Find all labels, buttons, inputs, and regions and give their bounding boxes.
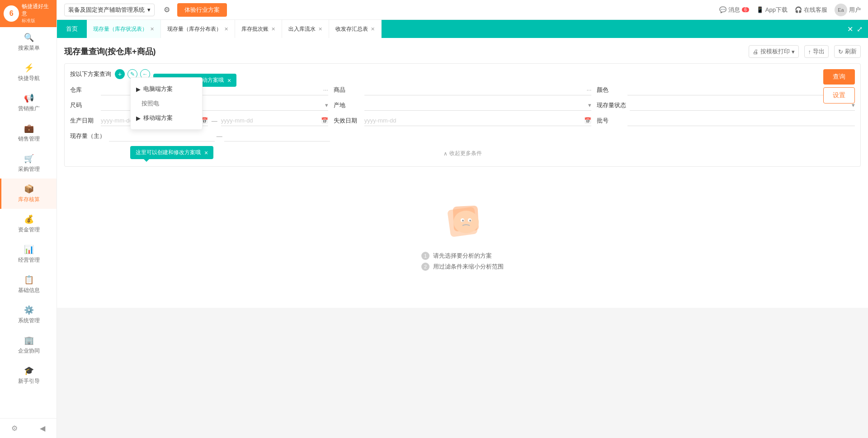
produce-date-label: 生产日期 xyxy=(70,117,97,125)
stock-qty-end[interactable] xyxy=(224,131,330,141)
tab-bar-end: ✕ ⤢ xyxy=(847,25,868,33)
gear-icon[interactable]: ⚙ xyxy=(164,5,170,14)
collapse-icon[interactable]: ◀ xyxy=(40,424,45,433)
scheme-sub-item-pc[interactable]: 按照电 xyxy=(131,97,202,110)
filter-field-batch: 批号 xyxy=(597,115,855,126)
sidebar-item-label: 经营管理 xyxy=(18,256,40,264)
tooltip-create-hint: 这里可以创建和修改方案哦 × xyxy=(130,146,213,159)
empty-illustration xyxy=(440,199,485,245)
dropdown-arrow-icon: ··· xyxy=(323,86,328,93)
calendar-icon[interactable]: 📅 xyxy=(321,117,328,124)
search-button[interactable]: 查询 xyxy=(823,69,855,85)
guide-icon: 🎓 xyxy=(24,366,34,376)
sidebar-item-label: 库存核算 xyxy=(18,196,40,203)
sidebar-item-purchase[interactable]: 🛒 采购管理 xyxy=(0,148,57,179)
message-label: 消息 xyxy=(728,6,740,14)
tab-inout-flow[interactable]: 出入库流水 ✕ xyxy=(282,20,329,38)
tab-label: 现存量（库存状况表） xyxy=(93,25,147,33)
tooltip2-close-button[interactable]: × xyxy=(204,149,208,156)
tab-batch-account[interactable]: 库存批次账 ✕ xyxy=(235,20,282,38)
page-title-bar: 现存量查询(按仓库+商品) 🖨 按模板打印 ▾ ↑ 导出 ↻ 刷新 xyxy=(64,45,861,58)
sidebar-item-sales[interactable]: 💼 销售管理 xyxy=(0,118,57,148)
tab-home-label: 首页 xyxy=(66,25,78,33)
tab-inventory-dist[interactable]: 现存量（库存分布表） ✕ xyxy=(161,20,235,38)
marketing-icon: 📢 xyxy=(24,93,34,103)
expire-date-start[interactable]: yyyy-mm-dd 📅 xyxy=(364,115,592,126)
main-area: 装备及固定资产辅助管理系统 ▾ ⚙ 体验行业方案 💬 消息 6 📱 App下载 … xyxy=(57,0,868,438)
batch-label: 批号 xyxy=(597,117,624,125)
settings-icon[interactable]: ⚙ xyxy=(11,424,18,433)
tab-collect-summary[interactable]: 收发存汇总表 ✕ xyxy=(329,20,382,38)
sidebar-item-basic[interactable]: 📋 基础信息 xyxy=(0,269,57,300)
refresh-icon: ↻ xyxy=(838,48,843,55)
refresh-button[interactable]: ↻ 刷新 xyxy=(834,45,861,58)
sidebar-item-label: 新手引导 xyxy=(18,377,40,385)
tab-label: 库存批次账 xyxy=(241,25,269,33)
svg-point-5 xyxy=(462,220,464,221)
stock-qty-label: 现存量（主） xyxy=(70,132,105,140)
goods-select[interactable]: ··· xyxy=(364,85,592,95)
sidebar-item-enterprise[interactable]: 🏢 企业协同 xyxy=(0,330,57,360)
origin-select[interactable]: ▾ xyxy=(364,100,592,111)
svg-point-6 xyxy=(469,220,471,221)
logo-text: 畅捷通好生意 xyxy=(22,3,53,17)
sidebar-item-guide[interactable]: 🎓 新手引导 xyxy=(0,360,57,391)
tip-num-2: 2 xyxy=(421,263,429,271)
close-all-icon[interactable]: ✕ xyxy=(847,25,853,33)
scheme-pc-item: 按照电 xyxy=(142,100,159,107)
online-support-button[interactable]: 🎧 在线客服 xyxy=(795,6,827,14)
page-actions: 🖨 按模板打印 ▾ ↑ 导出 ↻ 刷新 xyxy=(749,45,861,58)
tab-close-icon[interactable]: ✕ xyxy=(271,26,275,32)
scheme-item-mobile[interactable]: ▶ 移动端方案 xyxy=(131,110,202,126)
sidebar-item-label: 采购管理 xyxy=(18,165,40,173)
date-separator: — xyxy=(212,118,217,124)
tab-close-icon[interactable]: ✕ xyxy=(371,26,375,32)
app-download-button[interactable]: 📱 App下载 xyxy=(756,6,788,14)
tip-num-1: 1 xyxy=(421,252,429,260)
goods-label: 商品 xyxy=(334,86,361,94)
tooltip1-close-button[interactable]: × xyxy=(227,77,231,84)
scheme-item-pc[interactable]: ▶ 电脑端方案 xyxy=(131,81,202,97)
color-label: 颜色 xyxy=(597,86,624,94)
sidebar-item-quicknav[interactable]: ⚡ 快捷导航 xyxy=(0,57,57,88)
filter-field-goods: 商品 ··· xyxy=(334,85,592,95)
filter-field-expire-date: 失效日期 yyyy-mm-dd 📅 xyxy=(334,115,592,126)
tooltip2-text: 这里可以创建和修改方案哦 xyxy=(136,149,201,156)
sidebar-logo: 6 畅捷通好生意 标准版 xyxy=(0,0,57,27)
tab-close-icon[interactable]: ✕ xyxy=(318,26,322,32)
tab-label: 收发存汇总表 xyxy=(335,25,368,33)
sidebar-item-finance[interactable]: 💰 资金管理 xyxy=(0,209,57,239)
sidebar-item-search[interactable]: 🔍 搜索菜单 xyxy=(0,27,57,57)
batch-input[interactable] xyxy=(627,115,855,126)
sidebar-item-marketing[interactable]: 📢 营销推广 xyxy=(0,88,57,118)
fullscreen-icon[interactable]: ⤢ xyxy=(857,25,863,33)
reset-button[interactable]: 设置 xyxy=(823,87,855,104)
experience-button[interactable]: 体验行业方案 xyxy=(177,3,227,17)
sidebar-item-label: 基础信息 xyxy=(18,287,40,294)
sidebar-item-inventory[interactable]: 📦 库存核算 xyxy=(0,179,57,209)
filter-area: 按以下方案查询 + ✎ ← 电脑方案可设为移动方案哦 × xyxy=(64,63,861,167)
print-button[interactable]: 🖨 按模板打印 ▾ xyxy=(749,45,799,58)
dropdown-arrow-icon: ▾ xyxy=(588,102,591,108)
filter-field-stock-status: 现存量状态 ▾ xyxy=(597,100,855,111)
tab-close-icon[interactable]: ✕ xyxy=(150,26,154,32)
message-button[interactable]: 💬 消息 6 xyxy=(719,6,749,14)
message-badge: 6 xyxy=(742,7,749,12)
produce-date-end[interactable]: yyyy-mm-dd 📅 xyxy=(221,115,328,126)
tab-home[interactable]: 首页 xyxy=(57,20,87,38)
sidebar-item-system[interactable]: ⚙️ 系统管理 xyxy=(0,300,57,330)
calendar-icon[interactable]: 📅 xyxy=(584,117,591,124)
tab-bar: 首页 现存量（库存状况表） ✕ 现存量（库存分布表） ✕ 库存批次账 ✕ 出入库… xyxy=(57,20,868,38)
action-buttons: 查询 设置 xyxy=(818,64,860,109)
sidebar-item-operations[interactable]: 📊 经营管理 xyxy=(0,239,57,269)
add-scheme-button[interactable]: + xyxy=(115,69,125,79)
system-selector[interactable]: 装备及固定资产辅助管理系统 ▾ xyxy=(64,4,155,16)
stock-qty-range: — xyxy=(109,131,330,141)
scheme-pc-label: 电脑端方案 xyxy=(143,85,173,93)
filter-field-stock-qty: 现存量（主） — xyxy=(70,131,330,141)
export-button[interactable]: ↑ 导出 xyxy=(804,45,829,58)
stock-qty-start[interactable] xyxy=(109,131,215,141)
tab-close-icon[interactable]: ✕ xyxy=(224,26,228,32)
tab-inventory-status[interactable]: 现存量（库存状况表） ✕ xyxy=(87,20,161,38)
user-menu[interactable]: Ea 用户 xyxy=(835,4,861,16)
